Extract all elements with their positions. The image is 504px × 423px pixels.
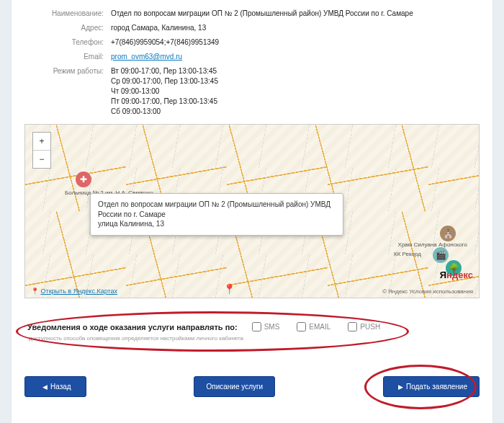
hours-line: Пт 09:00-17:00, Пер 13:00-13:45 (111, 97, 480, 107)
email-link[interactable]: prom_ovm63@mvd.ru (111, 53, 182, 61)
poi-cinema-label: КК Рекорд (394, 251, 421, 257)
notify-sms-label[interactable]: SMS (249, 320, 280, 334)
notify-push-checkbox[interactable] (348, 322, 357, 331)
yandex-logo: Яндекс (440, 270, 473, 280)
name-value: Отдел по вопросам миграции ОП № 2 (Промы… (111, 9, 480, 19)
map-zoom-controls: + − (32, 132, 51, 169)
poi-cinema-icon[interactable]: 🎬 (433, 247, 449, 263)
poi-hospital-icon[interactable]: ✚ (76, 172, 91, 187)
open-in-maps-link[interactable]: Открыть в Яндекс.Картах (41, 288, 117, 295)
popup-address: улица Калинина, 13 (98, 219, 336, 229)
map-copyright: © Яндекс Условия использования (382, 288, 473, 295)
map[interactable]: + − ✚ Больница № 2 им. Н.А. Семашко ⛪ Хр… (24, 124, 480, 298)
poi-church-icon[interactable]: ⛪ (440, 226, 456, 241)
pin-icon: 📍 (31, 288, 39, 295)
back-button[interactable]: ◀Назад (24, 376, 86, 397)
hours-label: Режим работы: (24, 66, 111, 117)
chevron-left-icon: ◀ (42, 383, 48, 391)
notify-email-label[interactable]: EMAIL (294, 320, 330, 334)
submit-button[interactable]: ▶Подать заявление (383, 376, 480, 397)
notification-block: Уведомления о ходе оказания услуги напра… (20, 316, 484, 346)
notify-email-checkbox[interactable] (297, 322, 306, 331)
hours-line: Ср 09:00-17:00, Пер 13:00-13:45 (111, 76, 480, 86)
address-label: Адрес: (24, 23, 111, 33)
hours-line: Чт 09:00-13:00 (111, 86, 480, 97)
zoom-out-button[interactable]: − (33, 151, 50, 168)
hours-line: Вт 09:00-17:00, Пер 13:00-13:45 (111, 66, 480, 76)
map-popup: Отдел по вопросам миграции ОП № 2 (Промы… (90, 193, 343, 236)
hours-line: Сб 09:00-13:00 (111, 107, 480, 117)
notify-subtext: доступность способа оповещения определяе… (27, 335, 477, 342)
office-details: Наименование:Отдел по вопросам миграции … (24, 9, 480, 117)
notify-push-label[interactable]: PUSH (345, 320, 380, 334)
address-value: город Самара, Калинина, 13 (111, 23, 480, 33)
description-button[interactable]: Описание услуги (194, 376, 275, 397)
popup-title: Отдел по вопросам миграции ОП № 2 (Промы… (98, 200, 336, 219)
hours-block: Вт 09:00-17:00, Пер 13:00-13:45 Ср 09:00… (111, 66, 480, 117)
poi-church-label: Храм Силуана Афонского (398, 241, 467, 248)
button-row: ◀Назад Описание услуги ▶Подать заявление (24, 376, 480, 397)
chevron-right-icon: ▶ (398, 383, 403, 391)
notify-sms-checkbox[interactable] (252, 322, 261, 331)
phone-label: Телефон: (24, 37, 111, 48)
map-marker-icon: 📍 (223, 283, 235, 295)
open-in-maps: 📍 Открыть в Яндекс.Картах (31, 288, 117, 295)
email-label: Email: (24, 52, 111, 62)
phone-value: +7(846)9959054;+7(846)9951349 (111, 37, 480, 48)
name-label: Наименование: (24, 9, 111, 19)
notify-title: Уведомления о ходе оказания услуги напра… (27, 323, 238, 331)
zoom-in-button[interactable]: + (33, 133, 50, 151)
